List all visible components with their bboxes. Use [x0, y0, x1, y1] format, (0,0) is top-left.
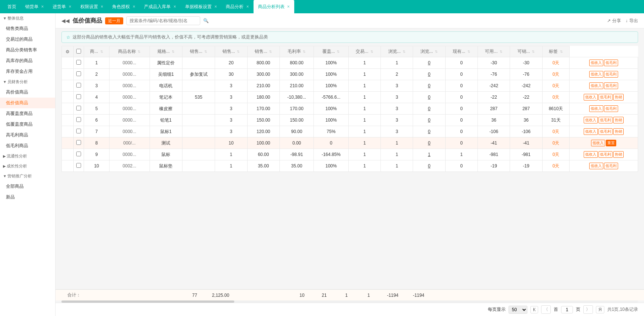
- sidebar-item-traded-products[interactable]: 交易过的商品: [0, 34, 55, 45]
- col-stock3[interactable]: 可销... ⇅: [510, 46, 542, 57]
- page-number-input[interactable]: [561, 306, 573, 313]
- sidebar-group-overall[interactable]: ▼ 整体信息: [0, 13, 55, 23]
- sidebar-item-low-value[interactable]: 低价值商品: [0, 98, 55, 108]
- col-stock1[interactable]: 现有... ⇅: [445, 46, 477, 57]
- close-purchase-icon[interactable]: ×: [69, 4, 71, 9]
- browse-link[interactable]: 0: [428, 163, 430, 169]
- cell-checkbox[interactable]: [74, 137, 84, 149]
- close-role-icon[interactable]: ×: [133, 4, 135, 9]
- sidebar-item-high-profit[interactable]: 高毛利商品: [0, 130, 55, 140]
- share-btn[interactable]: ↗ 分享: [607, 18, 621, 24]
- row-checkbox[interactable]: [76, 129, 81, 133]
- next-page-btn[interactable]: 〉: [583, 305, 593, 314]
- col-profit-rate[interactable]: 毛利率 ⇅: [279, 46, 314, 57]
- col-settings[interactable]: ⚙: [62, 46, 74, 57]
- sidebar-item-sales-products[interactable]: 销售类商品: [0, 23, 55, 34]
- close-analysis-icon[interactable]: ×: [246, 4, 249, 9]
- row-checkbox[interactable]: [76, 94, 81, 99]
- search-icon[interactable]: 🔍: [203, 18, 209, 23]
- cell-browse1[interactable]: 0: [413, 115, 445, 126]
- nav-role[interactable]: 角色授权 ×: [108, 0, 140, 13]
- close-analysis-list-icon[interactable]: ×: [287, 4, 290, 9]
- sidebar-item-all-products[interactable]: 全部商品: [0, 181, 55, 192]
- col-name[interactable]: 商品名称 ⇅: [109, 46, 150, 57]
- row-checkbox[interactable]: [76, 117, 81, 122]
- browse-link[interactable]: 1: [428, 152, 430, 157]
- sidebar-item-high-value[interactable]: 高价值商品: [0, 87, 55, 98]
- col-code[interactable]: 商... ⇅: [84, 46, 110, 57]
- cell-checkbox[interactable]: [74, 69, 84, 80]
- close-product-in-icon[interactable]: ×: [174, 4, 176, 9]
- col-sales3[interactable]: 销售... ⇅: [247, 46, 279, 57]
- browse-link[interactable]: 0: [428, 129, 430, 134]
- prev-page-btn[interactable]: 〈: [541, 305, 551, 314]
- col-spec[interactable]: 规格... ⇅: [150, 46, 182, 57]
- cell-browse1[interactable]: 0: [413, 160, 445, 172]
- col-tags[interactable]: 标签 ⇅: [542, 46, 570, 57]
- cell-browse1[interactable]: 0: [413, 92, 445, 103]
- table-container[interactable]: ⚙ 商... ⇅ 商品名称 ⇅ 规格... ⇅ 销售... ⇅ 销售... ⇅ …: [61, 46, 638, 289]
- nav-permission[interactable]: 权限设置 ×: [76, 0, 108, 13]
- sidebar-item-low-coverage[interactable]: 低覆盖度商品: [0, 119, 55, 130]
- select-all-checkbox[interactable]: [76, 49, 81, 54]
- nav-home[interactable]: 首页: [3, 0, 21, 13]
- row-checkbox[interactable]: [76, 71, 81, 76]
- browse-link[interactable]: 0: [428, 118, 430, 123]
- row-checkbox[interactable]: [76, 60, 81, 65]
- row-checkbox[interactable]: [76, 83, 81, 88]
- col-sales2[interactable]: 销售... ⇅: [215, 46, 247, 57]
- nav-sales[interactable]: 销货单 ×: [21, 0, 48, 13]
- col-browse2[interactable]: 浏览... ⇅: [413, 46, 445, 57]
- cell-checkbox[interactable]: [74, 57, 84, 69]
- sidebar-collapse-btn[interactable]: ◀◀: [61, 18, 70, 24]
- browse-link[interactable]: 0: [428, 95, 430, 100]
- cell-browse1[interactable]: 0: [413, 69, 445, 80]
- row-checkbox[interactable]: [76, 140, 81, 145]
- browse-link[interactable]: 0: [428, 83, 430, 88]
- close-template-icon[interactable]: ×: [214, 4, 217, 9]
- cell-browse1[interactable]: 1: [413, 149, 445, 160]
- cell-checkbox[interactable]: [74, 160, 84, 172]
- sidebar-item-category-sales[interactable]: 商品分类销售率: [0, 45, 55, 55]
- col-trade[interactable]: 交易... ⇅: [348, 46, 380, 57]
- sidebar-item-stock-capital[interactable]: 库存资金占用: [0, 66, 55, 77]
- sidebar-group-marketing[interactable]: ▼ 营销推广分析: [0, 171, 55, 181]
- cell-checkbox[interactable]: [74, 115, 84, 126]
- col-coverage[interactable]: 覆盖... ⇅: [314, 46, 349, 57]
- nav-product-in[interactable]: 产成品入库单 ×: [140, 0, 180, 13]
- row-checkbox[interactable]: [76, 106, 81, 111]
- col-stock2[interactable]: 可用... ⇅: [478, 46, 510, 57]
- sidebar-group-circulation[interactable]: ▶ 流通性分析: [0, 151, 55, 161]
- cell-browse1[interactable]: 0: [413, 137, 445, 149]
- cell-browse1[interactable]: 0: [413, 80, 445, 92]
- sidebar-group-finance[interactable]: ▼ 员财务分析: [0, 77, 55, 87]
- browse-link[interactable]: 0: [428, 60, 430, 65]
- nav-purchase[interactable]: 进货单 ×: [48, 0, 76, 13]
- first-page-btn[interactable]: К: [530, 306, 538, 313]
- col-browse1[interactable]: 浏览... ⇅: [381, 46, 413, 57]
- col-sales1[interactable]: 销售... ⇅: [182, 46, 215, 57]
- cell-browse1[interactable]: 0: [413, 103, 445, 115]
- col-checkbox[interactable]: [74, 46, 84, 57]
- cell-checkbox[interactable]: [74, 92, 84, 103]
- browse-link[interactable]: 0: [428, 106, 430, 111]
- nav-product-analysis[interactable]: 商品分析 ×: [221, 0, 253, 13]
- close-permission-icon[interactable]: ×: [101, 4, 103, 9]
- browse-link[interactable]: 0: [428, 140, 430, 146]
- export-btn[interactable]: ↓ 导出: [625, 18, 638, 24]
- row-checkbox[interactable]: [76, 163, 81, 168]
- sidebar-item-high-coverage[interactable]: 高覆盖度商品: [0, 108, 55, 119]
- sidebar-item-high-stock[interactable]: 高库存的商品: [0, 55, 55, 66]
- close-sales-icon[interactable]: ×: [41, 4, 44, 9]
- sidebar-group-growth[interactable]: ▶ 成长性分析: [0, 161, 55, 171]
- browse-link[interactable]: 0: [428, 72, 430, 77]
- sidebar-item-low-profit[interactable]: 低毛利商品: [0, 140, 55, 151]
- search-input[interactable]: [126, 16, 200, 25]
- nav-product-analysis-list[interactable]: 商品分析列表 ×: [254, 0, 294, 13]
- cell-checkbox[interactable]: [74, 103, 84, 115]
- row-checkbox[interactable]: [76, 152, 81, 156]
- last-page-btn[interactable]: Я: [596, 306, 604, 313]
- cell-browse1[interactable]: 0: [413, 126, 445, 137]
- nav-template[interactable]: 单据模板设置 ×: [181, 0, 221, 13]
- cell-checkbox[interactable]: [74, 149, 84, 160]
